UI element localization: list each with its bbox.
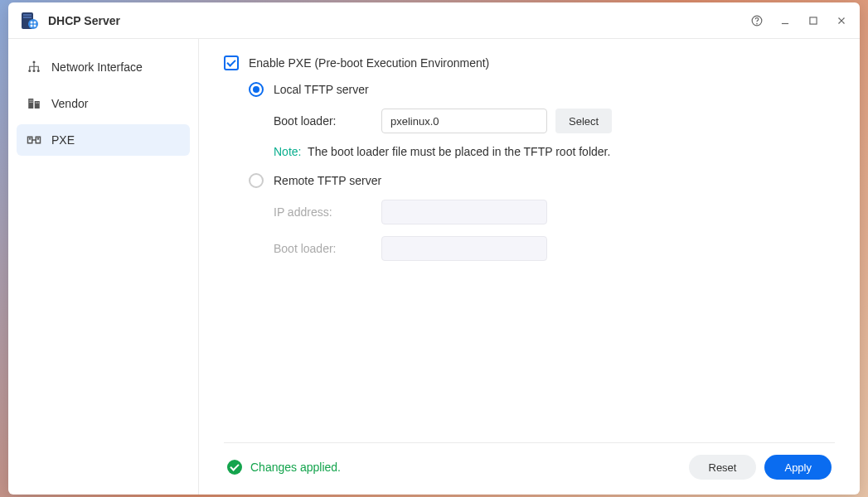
- svg-point-15: [28, 70, 31, 72]
- local-tftp-row: Local TFTP server: [224, 82, 835, 97]
- pxe-icon: [27, 133, 41, 147]
- local-boot-loader-row: Boot loader: Select: [224, 109, 835, 133]
- window-title: DHCP Server: [48, 14, 750, 27]
- sidebar-item-label: Vendor: [51, 97, 88, 110]
- footer: Changes applied. Reset Apply: [224, 442, 835, 495]
- local-boot-loader-label: Boot loader:: [274, 114, 381, 128]
- svg-rect-20: [30, 100, 31, 101]
- svg-rect-22: [30, 102, 31, 103]
- svg-rect-23: [32, 102, 32, 103]
- remote-tftp-radio[interactable]: [249, 173, 264, 188]
- remote-boot-loader-label: Boot loader:: [274, 242, 381, 255]
- svg-point-5: [34, 21, 36, 23]
- apply-button[interactable]: Apply: [764, 455, 832, 480]
- sidebar-item-label: PXE: [51, 133, 75, 147]
- svg-rect-25: [38, 103, 39, 104]
- remote-tftp-row: Remote TFTP server: [224, 173, 835, 188]
- sidebar-item-label: Network Interface: [51, 60, 143, 74]
- sidebar-item-vendor[interactable]: Vendor: [17, 88, 190, 119]
- status: Changes applied.: [227, 460, 681, 475]
- svg-rect-2: [23, 17, 32, 18]
- local-tftp-radio[interactable]: [249, 82, 264, 97]
- app-icon: [20, 11, 40, 31]
- local-boot-loader-input[interactable]: [381, 109, 547, 133]
- success-icon: [227, 460, 242, 475]
- svg-rect-11: [810, 17, 817, 23]
- window-body: Network Interface Vendor: [8, 39, 860, 495]
- svg-point-29: [30, 138, 31, 139]
- svg-rect-19: [35, 101, 40, 109]
- sidebar-item-network-interface[interactable]: Network Interface: [17, 51, 190, 83]
- svg-point-14: [33, 61, 36, 64]
- close-button[interactable]: [835, 14, 848, 27]
- help-button[interactable]: [750, 14, 764, 27]
- minimize-button[interactable]: [778, 14, 792, 27]
- content-area: Enable PXE (Pre-boot Execution Environme…: [224, 55, 835, 442]
- enable-pxe-label: Enable PXE (Pre-boot Execution Environme…: [249, 56, 489, 70]
- svg-point-3: [28, 19, 38, 29]
- note-row: Note: The boot loader file must be place…: [224, 145, 835, 158]
- svg-rect-21: [32, 100, 32, 101]
- svg-point-16: [33, 70, 36, 72]
- titlebar: DHCP Server: [8, 2, 860, 39]
- main-panel: Enable PXE (Pre-boot Execution Environme…: [199, 39, 860, 495]
- note-text: The boot loader file must be placed in t…: [308, 145, 610, 158]
- note-label: Note:: [274, 145, 301, 158]
- sidebar-item-pxe[interactable]: PXE: [17, 124, 190, 156]
- remote-ip-row: IP address:: [224, 200, 835, 224]
- sidebar: Network Interface Vendor: [8, 39, 199, 495]
- svg-point-6: [31, 24, 33, 27]
- svg-point-17: [37, 70, 40, 72]
- dhcp-server-window: DHCP Server: [8, 2, 860, 495]
- remote-boot-loader-input: [381, 236, 547, 261]
- window-controls: [750, 14, 848, 27]
- select-button[interactable]: Select: [555, 109, 612, 133]
- remote-tftp-label: Remote TFTP server: [274, 174, 381, 187]
- enable-pxe-row: Enable PXE (Pre-boot Execution Environme…: [224, 55, 835, 70]
- network-icon: [27, 60, 41, 75]
- svg-point-7: [34, 24, 36, 27]
- local-tftp-label: Local TFTP server: [274, 83, 369, 96]
- svg-rect-1: [23, 14, 32, 16]
- status-text: Changes applied.: [250, 461, 341, 474]
- svg-point-9: [757, 23, 758, 24]
- svg-point-30: [37, 138, 38, 139]
- remote-boot-loader-row: Boot loader:: [224, 236, 835, 261]
- vendor-icon: [27, 96, 41, 111]
- enable-pxe-checkbox[interactable]: [224, 55, 239, 70]
- svg-rect-24: [36, 103, 36, 104]
- svg-rect-18: [28, 99, 33, 109]
- svg-point-4: [31, 21, 33, 23]
- remote-ip-label: IP address:: [274, 205, 381, 219]
- maximize-button[interactable]: [807, 14, 820, 27]
- remote-ip-input: [381, 200, 547, 224]
- reset-button[interactable]: Reset: [689, 455, 757, 480]
